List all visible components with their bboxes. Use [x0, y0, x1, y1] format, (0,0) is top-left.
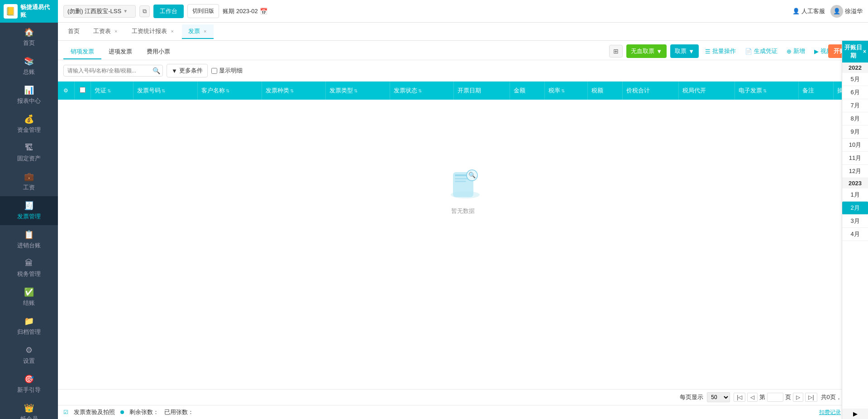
sidebar-item-settings[interactable]: ⚙ 设置 [0, 341, 58, 370]
new-action[interactable]: ⊕ 新增 [784, 45, 808, 57]
month-2023-03[interactable]: 3月 [842, 215, 868, 228]
last-page-btn[interactable]: ▷| [805, 393, 817, 402]
sidebar-item-label: 首页 [23, 39, 35, 47]
sidebar-item-archive[interactable]: 📁 归档管理 [0, 312, 58, 341]
sidebar-item-sales[interactable]: 📋 进销台账 [0, 225, 58, 254]
search-input[interactable] [63, 65, 163, 77]
subtab-purchase[interactable]: 进项发票 [101, 45, 139, 59]
content-area: 销项发票 进项发票 费用小票 ⊞ 无血取票 ▼ 取票 ▼ ☰ [58, 41, 868, 419]
tab-salary-report[interactable]: 工资统计报表 × [125, 24, 181, 39]
month-2022-12[interactable]: 12月 [842, 165, 868, 178]
next-page-btn[interactable]: ▷ [793, 393, 803, 402]
page-unit: 页 [785, 393, 791, 401]
take-btn[interactable]: 取票 ▼ [670, 44, 699, 58]
th-tax-rate: 税率⇅ [545, 82, 588, 100]
page-label: 第 [759, 393, 765, 401]
app-logo-icon: 📒 [4, 4, 18, 19]
sidebar-item-invoice[interactable]: 🧾 发票管理 [0, 196, 58, 225]
sidebar-item-member[interactable]: 👑 畅会员 [0, 399, 58, 419]
grid-settings-button[interactable]: ⊞ [609, 45, 623, 58]
tab-salary-report-close[interactable]: × [170, 29, 174, 34]
subtab-purchase-label: 进项发票 [109, 48, 132, 55]
archive-icon: 📁 [24, 316, 34, 326]
th-checkbox[interactable] [74, 82, 91, 100]
date-panel-scroll[interactable]: 2022 5月 6月 7月 8月 9月 10月 11月 12月 2023 1月 … [842, 63, 868, 409]
tab-salary[interactable]: 工资表 × [87, 24, 124, 39]
workspace-button[interactable]: 工作台 [153, 5, 184, 18]
sidebar-item-assets[interactable]: 🏗 固定资产 [0, 139, 58, 167]
switch-version-button[interactable]: 切到旧版 [187, 4, 219, 18]
table-area[interactable]: ⚙ 凭证⇅ 发票号码⇅ 客户名称⇅ 发票种类⇅ 发票类型⇅ 发票状态⇅ 开票日期… [58, 82, 868, 389]
th-amount: 金额 [510, 82, 545, 100]
month-2022-08[interactable]: 8月 [842, 112, 868, 125]
sidebar-item-home[interactable]: 🏠 首页 [0, 23, 58, 52]
search-wrap: 🔍 [63, 65, 163, 77]
company-name: (勿删) 江西股宝-LSS [67, 7, 121, 15]
voucher-action[interactable]: 📄 生成凭证 [742, 45, 780, 57]
sort-icon: ⇅ [763, 88, 767, 93]
search-icon[interactable]: 🔍 [153, 67, 160, 74]
th-status: 发票状态⇅ [390, 82, 454, 100]
month-2023-02[interactable]: 2月 [842, 202, 868, 215]
th-settings[interactable]: ⚙ [58, 82, 74, 100]
tab-invoice-close[interactable]: × [203, 29, 207, 34]
select-all-checkbox[interactable] [80, 87, 86, 93]
service-label: 人工客服 [801, 7, 825, 15]
empty-state: 🔍 暂无数据 [58, 100, 868, 281]
dropdown-icon: ▼ [656, 48, 662, 55]
show-detail-check[interactable] [211, 68, 217, 74]
sidebar-item-tax[interactable]: 🏛 税务管理 [0, 254, 58, 283]
subtab-receipt[interactable]: 费用小票 [139, 45, 177, 59]
sidebar-item-guide[interactable]: 🎯 新手引导 [0, 370, 58, 399]
page-size-select[interactable]: 50 100 200 [707, 392, 730, 402]
date-panel-close-btn[interactable]: × [863, 48, 866, 55]
month-2023-01[interactable]: 1月 [842, 188, 868, 202]
date-panel-toggle[interactable]: ▶ [842, 409, 868, 419]
topbar-right: 👤 人工客服 👤 徐溢华 [792, 5, 863, 18]
month-2022-06[interactable]: 6月 [842, 86, 868, 99]
tab-home[interactable]: 首页 [62, 24, 86, 39]
sidebar-item-label: 工资 [23, 183, 35, 192]
company-selector[interactable]: (勿删) 江西股宝-LSS ▼ [63, 5, 136, 18]
service-button[interactable]: 👤 人工客服 [792, 7, 825, 15]
prev-page-btn[interactable]: ◁ [747, 393, 758, 402]
month-2022-07[interactable]: 7月 [842, 99, 868, 112]
sidebar-item-close-accounts[interactable]: ✅ 结账 [0, 283, 58, 312]
month-2022-05[interactable]: 5月 [842, 73, 868, 86]
sidebar-item-report[interactable]: 📊 报表中心 [0, 81, 58, 110]
copy-button[interactable]: ⧉ [139, 5, 150, 17]
subtab-sales[interactable]: 销项发票 [63, 45, 101, 59]
user-menu[interactable]: 👤 徐溢华 [830, 5, 863, 18]
th-invoice-type: 发票种类⇅ [262, 82, 326, 100]
first-page-btn[interactable]: |◁ [734, 393, 745, 402]
batch-action[interactable]: ☰ 批量操作 [702, 45, 739, 57]
month-2022-09[interactable]: 9月 [842, 125, 868, 139]
deduct-record-link[interactable]: 扣费记录 [819, 409, 841, 416]
show-detail-checkbox[interactable]: 显示明细 [211, 67, 243, 75]
month-2023-04[interactable]: 4月 [842, 228, 868, 241]
tabbar: 首页 工资表 × 工资统计报表 × 发票 × [58, 23, 868, 41]
new-label: 新增 [793, 47, 805, 55]
status-bar: ☑ 发票查验及拍照 剩余张数： 已用张数： 扣费记录 去充值 [58, 405, 868, 419]
month-2022-11[interactable]: 11月 [842, 152, 868, 165]
month-2022-10[interactable]: 10月 [842, 139, 868, 152]
tab-salary-close[interactable]: × [114, 29, 118, 34]
calendar-icon[interactable]: 📅 [260, 8, 267, 15]
invoice-icon: 🧾 [24, 201, 34, 211]
sidebar-item-funds[interactable]: 💰 资金管理 [0, 110, 58, 139]
settings-icon: ⚙ [25, 345, 33, 355]
sidebar-item-label: 资金管理 [17, 126, 41, 134]
show-detail-label: 显示明细 [219, 67, 243, 75]
filter-button[interactable]: ▼ 更多条件 [167, 64, 208, 77]
page-input[interactable]: 1 [767, 393, 783, 402]
sidebar-item-salary[interactable]: 💼 工资 [0, 167, 58, 196]
report-icon: 📊 [24, 85, 34, 95]
sidebar: 📒 畅捷通易代账 🏠 首页 📚 总账 📊 报表中心 💰 资金管理 🏗 固定资产 … [0, 0, 58, 419]
voucher-icon: 📄 [745, 48, 752, 55]
th-remark: 备注 [799, 82, 834, 100]
sidebar-item-ledger[interactable]: 📚 总账 [0, 52, 58, 81]
tab-invoice[interactable]: 发票 × [182, 24, 214, 39]
no-tax-btn[interactable]: 无血取票 ▼ [626, 44, 667, 58]
sidebar-item-label: 固定资产 [17, 154, 41, 163]
date-panel-header[interactable]: 开账日期 × [842, 41, 868, 63]
